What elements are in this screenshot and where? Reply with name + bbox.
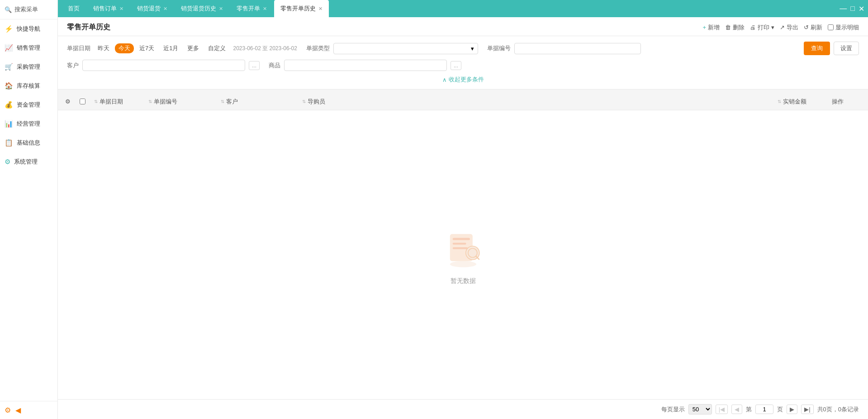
toolbar: + 新增 🗑 删除 🖨 打印 ▾ ↗ 导出 ↺ 刷新 [702,24,859,32]
pagination: 每页显示 50 100 200 |◀ ◀ 第 1 页 ▶ ▶| 共0页，0条记录 [58,399,868,419]
table-settings-icon[interactable]: ⚙ [62,98,76,105]
table-header: ⚙ ⇅ 单据日期 ⇅ 单据编号 ⇅ 客户 ⇅ 导购员 [58,93,868,110]
close-icon[interactable]: ✕ [163,0,167,17]
content-area: 零售开单历史 + 新增 🗑 删除 🖨 打印 ▾ ↗ 导出 [58,17,868,419]
goods-ellipsis-button[interactable]: ... [451,61,461,70]
print-button[interactable]: 🖨 打印 ▾ [750,24,774,32]
sales-icon: 📈 [5,44,13,52]
sidebar-item-quick-nav[interactable]: ⚡ 快捷导航 [0,19,57,38]
sidebar-item-sales[interactable]: 📈 销售管理 [0,38,57,57]
th-customer-label: 客户 [226,98,238,106]
first-page-button[interactable]: |◀ [716,405,728,414]
customer-input[interactable] [82,60,245,71]
tab-sales-order[interactable]: 销售订单 ✕ [87,0,130,17]
minimize-button[interactable]: — [840,5,847,13]
close-icon[interactable]: ✕ [263,0,267,17]
close-icon[interactable]: ✕ [318,0,323,17]
query-button[interactable]: 查询 [804,42,830,55]
total-info: 共0页，0条记录 [817,405,859,414]
tab-sales-return-label: 销货退货 [137,0,161,17]
sort-icon: ⇅ [148,99,152,104]
date-opt-today[interactable]: 今天 [115,43,134,53]
customer-label: 客户 [67,61,79,70]
date-opt-last-month[interactable]: 近1月 [160,43,182,53]
display-detail-checkbox[interactable] [828,24,834,30]
th-no[interactable]: ⇅ 单据编号 [145,98,217,106]
svg-point-0 [450,261,476,267]
delete-label: 删除 [733,24,745,32]
per-page-select[interactable]: 50 100 200 [688,404,712,414]
page-input[interactable]: 1 [755,405,773,414]
prev-page-button[interactable]: ◀ [731,405,742,414]
display-detail-toggle[interactable]: 显示明细 [828,24,859,32]
last-page-button[interactable]: ▶| [801,405,813,414]
filter-row-2: 客户 ... 商品 ... [67,60,859,71]
doc-type-select[interactable]: ▾ [333,43,478,54]
close-icon[interactable]: ✕ [219,0,223,17]
sidebar-bottom: ⚙ ◀ [0,401,57,419]
operations-icon: 📊 [5,120,13,128]
setting-button[interactable]: 设置 [834,42,859,55]
th-no-label: 单据编号 [154,98,177,106]
th-date-label: 单据日期 [100,98,123,106]
sidebar-item-purchase[interactable]: 🛒 采购管理 [0,57,57,76]
export-button[interactable]: ↗ 导出 [780,24,798,32]
sidebar-item-finance[interactable]: 💰 资金管理 [0,95,57,114]
th-date[interactable]: ⇅ 单据日期 [90,98,145,106]
customer-ellipsis-button[interactable]: ... [249,61,260,70]
tab-home[interactable]: 首页 [62,0,86,17]
purchase-icon: 🛒 [5,63,13,71]
sort-icon: ⇅ [778,99,781,104]
sidebar-item-basic[interactable]: 📋 基础信息 [0,133,57,152]
tab-sales-return-history-label: 销货退货历史 [181,0,216,17]
filter-row-right: 单据类型 ▾ 单据编号 [306,43,795,54]
sidebar-item-system[interactable]: ⚙ 系统管理 [0,152,57,171]
main-area: 首页 销售订单 ✕ 销货退货 ✕ 销货退货历史 ✕ 零售开单 ✕ 零售开单历史 … [58,0,868,419]
delete-button[interactable]: 🗑 删除 [725,24,745,32]
sidebar-item-inventory[interactable]: 🏠 库存核算 [0,76,57,95]
table-checkbox-all[interactable] [76,99,90,104]
tab-sales-order-label: 销售订单 [93,0,117,17]
date-opt-yesterday[interactable]: 昨天 [94,43,113,53]
empty-icon [441,225,486,270]
goods-input[interactable] [284,60,447,71]
doc-type-label: 单据类型 [306,44,330,52]
tab-sales-return-history[interactable]: 销货退货历史 ✕ [175,0,229,17]
window-buttons: — □ ✕ [840,5,864,13]
tab-bar: 首页 销售订单 ✕ 销货退货 ✕ 销货退货历史 ✕ 零售开单 ✕ 零售开单历史 … [58,0,868,17]
th-guide[interactable]: ⇅ 导购员 [299,98,353,106]
quick-nav-icon: ⚡ [5,25,13,33]
filter-area: 单据日期 昨天 今天 近7天 近1月 更多 自定义 2023-06-02 至 2… [58,36,868,89]
select-all-checkbox[interactable] [80,99,85,104]
settings-bottom-icon[interactable]: ⚙ [5,406,11,414]
sidebar-item-operations[interactable]: 📊 经营管理 [0,114,57,133]
tab-retail-history-label: 零售开单历史 [280,0,316,17]
date-opt-more[interactable]: 更多 [184,43,203,53]
th-ops: 操作 [828,98,864,106]
sidebar-search[interactable]: 🔍 搜索采单 [0,0,57,19]
svg-rect-4 [452,247,467,249]
filter-row-1: 单据日期 昨天 今天 近7天 近1月 更多 自定义 2023-06-02 至 2… [67,42,859,55]
th-amount[interactable]: ⇅ 实销金额 [774,98,828,106]
tab-retail-history[interactable]: 零售开单历史 ✕ [274,0,329,17]
collapse-conditions[interactable]: ∧ 收起更多条件 [67,75,859,84]
date-opt-custom[interactable]: 自定义 [204,43,229,53]
tab-sales-return[interactable]: 销货退货 ✕ [131,0,174,17]
th-guide-label: 导购员 [308,98,325,106]
close-window-button[interactable]: ✕ [859,5,864,13]
th-customer[interactable]: ⇅ 客户 [217,98,299,106]
date-label: 单据日期 [67,44,90,52]
collapse-sidebar-icon[interactable]: ◀ [15,406,21,414]
add-button[interactable]: + 新增 [702,24,720,32]
doc-no-input[interactable] [514,43,641,54]
sidebar-item-label: 快捷导航 [17,25,40,33]
date-opt-last7[interactable]: 近7天 [136,43,158,53]
refresh-button[interactable]: ↺ 刷新 [804,24,822,32]
date-options: 昨天 今天 近7天 近1月 更多 自定义 [94,43,229,53]
next-page-button[interactable]: ▶ [787,405,797,414]
close-icon[interactable]: ✕ [119,0,123,17]
maximize-button[interactable]: □ [850,5,855,13]
tab-retail-open[interactable]: 零售开单 ✕ [230,0,273,17]
page-title: 零售开单历史 [67,23,110,32]
sidebar-item-label: 资金管理 [17,101,40,109]
